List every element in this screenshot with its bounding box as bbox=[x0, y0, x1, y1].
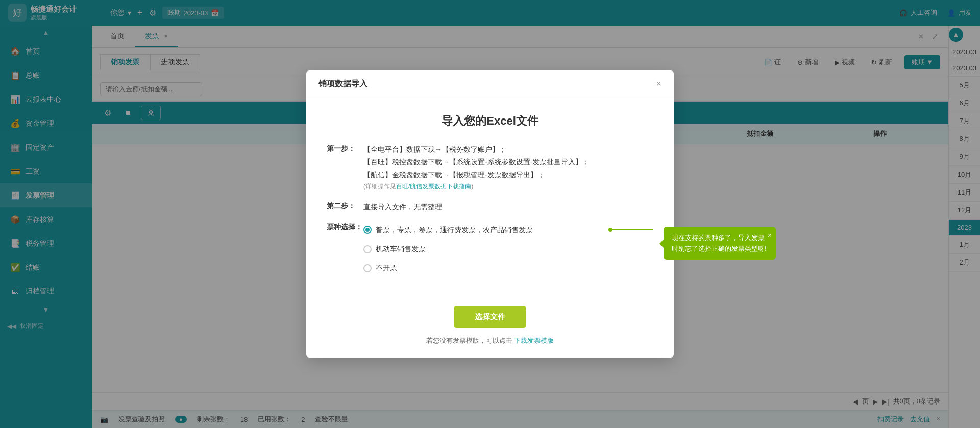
step-1-row: 第一步： 【全电平台】数据下载→【税务数字账户】； 【百旺】税控盘数据下载→【系… bbox=[327, 143, 653, 193]
select-file-button[interactable]: 选择文件 bbox=[454, 306, 526, 328]
step-1-label: 第一步： bbox=[327, 143, 363, 153]
radio-motor-circle bbox=[363, 245, 372, 253]
step-1-line-1: 【全电平台】数据下载→【税务数字账户】； bbox=[363, 143, 653, 156]
radio-general-circle bbox=[363, 226, 372, 234]
step-1-hint: (详细操作见百旺/航信发票数据下载指南) bbox=[363, 181, 653, 193]
modal-overlay[interactable]: 销项数据导入 × 导入您的Excel文件 第一步： 【全电平台】数据下载→【税务… bbox=[0, 0, 980, 428]
import-modal: 销项数据导入 × 导入您的Excel文件 第一步： 【全电平台】数据下载→【税务… bbox=[306, 70, 674, 358]
step-2-content: 直接导入文件，无需整理 bbox=[363, 201, 653, 213]
ticket-options: 普票，专票，卷票，通行费发票，农产品销售发票 机动车销售发票 bbox=[363, 222, 648, 275]
radio-motor-label: 机动车销售发票 bbox=[376, 243, 426, 255]
radio-general[interactable]: 普票，专票，卷票，通行费发票，农产品销售发票 bbox=[363, 224, 648, 236]
radio-group: 普票，专票，卷票，通行费发票，农产品销售发票 机动车销售发票 bbox=[363, 224, 648, 275]
radio-motor[interactable]: 机动车销售发票 bbox=[363, 243, 648, 255]
modal-footer: 选择文件 若您没有发票模版，可以点击 下载发票模版 bbox=[306, 298, 674, 358]
modal-header: 销项数据导入 × bbox=[306, 70, 674, 98]
step-2-label: 第二步： bbox=[327, 201, 363, 211]
modal-close-button[interactable]: × bbox=[656, 79, 662, 89]
radio-no-ticket-circle bbox=[363, 264, 372, 272]
radio-general-dot bbox=[365, 228, 370, 232]
step-1-content: 【全电平台】数据下载→【税务数字账户】； 【百旺】税控盘数据下载→【系统设置-系… bbox=[363, 143, 653, 193]
ticket-select-label: 票种选择： bbox=[327, 222, 363, 232]
step-1-line-2: 【百旺】税控盘数据下载→【系统设置-系统参数设置-发票批量导入】； bbox=[363, 156, 653, 169]
step-2-row: 第二步： 直接导入文件，无需整理 bbox=[327, 201, 653, 213]
tooltip-close-icon[interactable]: × bbox=[768, 230, 772, 241]
ticket-select-row: 票种选择： 普票，专票，卷票，通行费发票，农产品销售发票 bbox=[327, 222, 653, 275]
download-guide-link[interactable]: 百旺/航信发票数据下载指南 bbox=[396, 183, 471, 190]
download-template-link[interactable]: 下载发票模版 bbox=[514, 337, 554, 344]
tooltip-line bbox=[612, 229, 653, 230]
modal-title: 销项数据导入 bbox=[318, 79, 368, 89]
radio-no-ticket[interactable]: 不开票 bbox=[363, 261, 648, 274]
step-1-line-3: 【航信】金税盘数据下载→【报税管理-发票数据导出】； bbox=[363, 169, 653, 181]
tooltip-bubble: × 现在支持的票种多了，导入发票时别忘了选择正确的发票类型呀! bbox=[664, 227, 776, 260]
tooltip-text: 现在支持的票种多了，导入发票时别忘了选择正确的发票类型呀! bbox=[672, 234, 767, 252]
tooltip-connector-area bbox=[608, 228, 653, 232]
modal-main-title: 导入您的Excel文件 bbox=[327, 113, 653, 129]
tooltip-dot bbox=[608, 228, 612, 232]
radio-no-ticket-label: 不开票 bbox=[376, 261, 397, 274]
template-text: 若您没有发票模版，可以点击 bbox=[426, 337, 512, 344]
template-link-row: 若您没有发票模版，可以点击 下载发票模版 bbox=[426, 336, 554, 345]
modal-body: 导入您的Excel文件 第一步： 【全电平台】数据下载→【税务数字账户】； 【百… bbox=[306, 98, 674, 298]
radio-general-label: 普票，专票，卷票，通行费发票，农产品销售发票 bbox=[376, 224, 533, 236]
